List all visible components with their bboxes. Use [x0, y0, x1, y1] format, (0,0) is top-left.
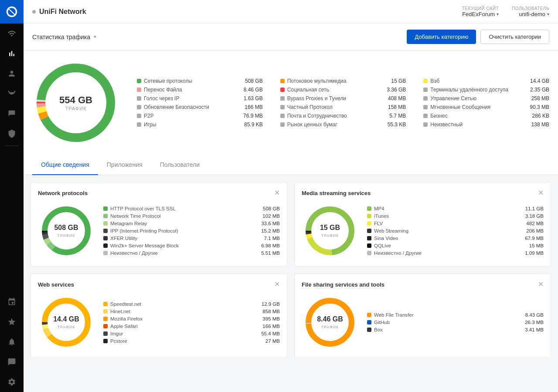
legend-item-name: Игры: [144, 122, 238, 128]
dropdown-arrow-icon: ▾: [94, 34, 96, 40]
card-legend-name: Imgur: [110, 331, 259, 336]
legend-item-value: 3.36 GB: [387, 87, 406, 93]
main-donut-chart: 554 GB ТРАФИК: [32, 59, 119, 146]
sidebar-item-clients[interactable]: [0, 64, 24, 84]
clear-categories-button[interactable]: Очистить категории: [480, 30, 549, 44]
card-legend-dot: [367, 320, 371, 324]
card-legend-name: XFER Utility: [110, 236, 262, 241]
card-legend-item: Apple Safari 166 MB: [103, 324, 280, 329]
card-legend-name: Web Streaming: [374, 228, 524, 233]
card-legend-value: 508 GB: [263, 206, 280, 211]
legend-color-dot: [280, 105, 285, 109]
card-legend-item: GitHub 26.3 MB: [367, 320, 544, 325]
legend-item-name: Обновление Безопасности: [144, 104, 238, 110]
card-legend-item: iTunes 3.18 GB: [367, 213, 544, 219]
card-legend-value: 1.09 MB: [525, 250, 544, 256]
card-legend-item: MP4 11.1 GB: [367, 206, 544, 211]
card-close-button[interactable]: ✕: [538, 281, 544, 288]
legend-item-value: 90.3 MB: [530, 104, 549, 110]
sidebar-item-reports[interactable]: [0, 104, 24, 124]
app-title: UniFi Network: [32, 8, 86, 16]
legend-item: Игры 85.9 KB: [137, 122, 263, 128]
user-value[interactable]: unifi-demo: [519, 11, 549, 17]
sidebar-item-wifi[interactable]: [0, 24, 24, 44]
card-legend-value: 27 MB: [265, 338, 280, 344]
card-legend-value: 5.51 MB: [261, 250, 280, 256]
card-legend-dot: [367, 328, 371, 332]
card-legend-dot: [367, 229, 371, 233]
card-close-button[interactable]: ✕: [538, 189, 544, 196]
legend-item-name: Потоковое мультимедиа: [287, 78, 385, 84]
tab-общие-сведения[interactable]: Общие сведения: [32, 155, 98, 175]
sidebar-item-chat[interactable]: [0, 352, 24, 372]
legend-item-value: 508 GB: [245, 78, 263, 84]
card-legend-dot: [367, 214, 371, 218]
card-file-sharing: File sharing services and tools ✕ 8.46 G…: [294, 274, 551, 358]
tab-приложения[interactable]: Приложения: [98, 155, 151, 175]
legend-color-dot: [280, 88, 285, 92]
sidebar-item-calendar[interactable]: [0, 292, 24, 312]
card-donut-sub: ТРАФИК: [321, 325, 339, 329]
card-legend-name: MP4: [374, 206, 523, 211]
card-legend-value: 15 MB: [529, 243, 544, 248]
legend-item-value: 8.46 GB: [244, 87, 263, 93]
legend-color-dot: [423, 88, 428, 92]
legend-color-dot: [137, 88, 141, 92]
card-legend-name: Mozilla Firefox: [110, 316, 260, 321]
legend-item-value: 15 GB: [391, 78, 406, 84]
legend-item: Обновление Безопасности 166 MB: [137, 104, 263, 110]
card-legend-dot: [367, 251, 371, 255]
sidebar-item-notifications[interactable]: [0, 332, 24, 352]
legend-color-dot: [280, 114, 285, 118]
legend-item: Перенос Файла 8.46 GB: [137, 87, 263, 93]
legend-item-name: Bypass Proxies и Тунели: [287, 95, 382, 101]
topbar-right: ТЕКУЩИЙ САЙТ FedExForum ПОЛЬЗОВАТЕЛЬ uni…: [462, 6, 549, 17]
site-selector[interactable]: ТЕКУЩИЙ САЙТ FedExForum: [462, 6, 499, 17]
add-category-button[interactable]: Добавить категорию: [407, 30, 476, 44]
legend-item: Социальная сеть 3.36 GB: [280, 87, 406, 93]
legend-item-value: 76.9 MB: [243, 113, 263, 119]
card-legend-dot: [103, 221, 108, 226]
sidebar-item-security[interactable]: [0, 124, 24, 144]
card-title: Media streaming services: [302, 190, 371, 196]
tab-пользователи[interactable]: Пользователи: [151, 155, 208, 175]
card-legend-item: Web File Transfer 8.43 GB: [367, 312, 544, 318]
card-close-button[interactable]: ✕: [274, 281, 280, 288]
site-label: ТЕКУЩИЙ САЙТ: [462, 6, 499, 11]
site-value[interactable]: FedExForum: [462, 11, 499, 17]
legend-item: Bypass Proxies и Тунели 408 MB: [280, 95, 406, 101]
legend-item: Вэб 14.4 GB: [423, 78, 549, 84]
card-header: Web services ✕: [38, 281, 280, 288]
card-legend-name: Metagram Relay: [110, 221, 259, 226]
topbar: UniFi Network ТЕКУЩИЙ САЙТ FedExForum ПО…: [24, 0, 558, 24]
topbar-left: UniFi Network: [32, 8, 86, 16]
legend-color-dot: [137, 105, 141, 109]
legend-item: Управление Сетью 258 MB: [423, 95, 549, 101]
sidebar-item-settings[interactable]: [0, 372, 24, 392]
sidebar-item-stats[interactable]: [0, 44, 24, 64]
page-title[interactable]: Статистика трафика: [32, 34, 90, 41]
main-donut-svg: [32, 59, 119, 146]
card-donut-label: 14.4 GB ТРАФИК: [53, 315, 79, 330]
card-legend-value: 482 MB: [526, 221, 544, 226]
card-legend-item: Hinet.net 858 MB: [103, 309, 280, 314]
tabs-bar: Общие сведенияПриложенияПользователи: [24, 155, 558, 175]
card-legend-item: Win2k+ Server Message Block 6.98 MB: [103, 243, 280, 248]
card-close-button[interactable]: ✕: [274, 189, 280, 196]
card-body: 15 GB ТРАФИК MP4 11.1 GB iTunes 3.18 GB …: [302, 203, 544, 259]
card-legend-value: 55.4 MB: [261, 331, 280, 336]
legend-color-dot: [137, 122, 141, 127]
card-donut-chart: 508 GB ТРАФИК: [38, 203, 95, 259]
card-title: Network protocols: [38, 190, 88, 196]
legend-item-value: 286 KB: [532, 113, 549, 119]
sidebar-item-topology[interactable]: [0, 84, 24, 104]
overview-inner: 554 GB ТРАФИК Сетевые протоколы 508 GB П…: [32, 59, 549, 146]
sidebar-item-favorites[interactable]: [0, 312, 24, 332]
legend-item-value: 408 MB: [388, 95, 406, 101]
legend-item-value: 1.63 GB: [244, 95, 263, 101]
sidebar-logo[interactable]: [0, 0, 24, 24]
card-body: 14.4 GB ТРАФИК Speedtest.net 12.9 GB Hin…: [38, 294, 280, 351]
card-legend-value: 166 MB: [262, 324, 280, 329]
user-selector[interactable]: ПОЛЬЗОВАТЕЛЬ unifi-demo: [512, 6, 549, 17]
card-legend-dot: [103, 339, 108, 343]
